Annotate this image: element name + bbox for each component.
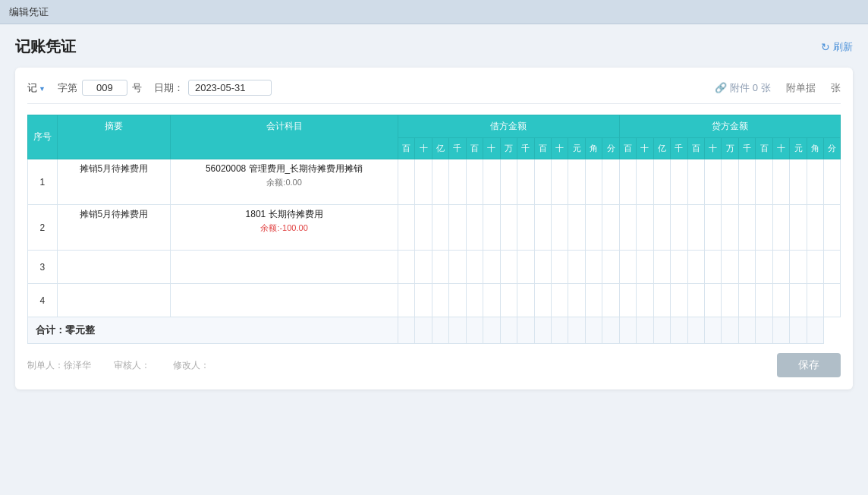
debit-col-6[interactable] <box>500 205 517 251</box>
save-button[interactable]: 保存 <box>777 353 841 377</box>
credit-col-3[interactable] <box>671 205 687 251</box>
credit-col-2[interactable] <box>653 251 670 284</box>
credit-col-7[interactable] <box>738 159 755 205</box>
debit-col-1[interactable] <box>415 251 432 284</box>
debit-col-10[interactable] <box>568 284 585 317</box>
row-subject[interactable] <box>171 251 398 284</box>
credit-col-11[interactable] <box>807 251 823 284</box>
debit-col-4[interactable] <box>466 284 483 317</box>
row-summary[interactable]: 摊销5月待摊费用 <box>57 205 171 251</box>
debit-col-5[interactable] <box>483 205 500 251</box>
debit-col-1[interactable] <box>415 205 432 251</box>
debit-col-5[interactable] <box>483 251 500 284</box>
date-input[interactable] <box>188 80 272 96</box>
credit-col-0[interactable] <box>619 205 636 251</box>
credit-col-0[interactable] <box>619 159 636 205</box>
credit-col-12[interactable] <box>824 205 841 251</box>
credit-col-3[interactable] <box>671 251 687 284</box>
credit-col-8[interactable] <box>756 251 772 284</box>
credit-col-2[interactable] <box>653 284 670 317</box>
credit-col-1[interactable] <box>637 251 653 284</box>
debit-col-10[interactable] <box>568 159 585 205</box>
credit-col-9[interactable] <box>772 251 789 284</box>
debit-col-7[interactable] <box>517 284 534 317</box>
debit-col-10[interactable] <box>568 251 585 284</box>
credit-col-6[interactable] <box>722 251 738 284</box>
debit-col-3[interactable] <box>449 159 466 205</box>
zi-no-input[interactable] <box>82 80 127 96</box>
credit-col-0[interactable] <box>619 284 636 317</box>
credit-col-2[interactable] <box>653 205 670 251</box>
debit-col-11[interactable] <box>585 159 602 205</box>
debit-col-10[interactable] <box>568 205 585 251</box>
credit-col-5[interactable] <box>705 159 722 205</box>
debit-col-0[interactable] <box>398 205 414 251</box>
credit-col-11[interactable] <box>807 284 823 317</box>
debit-col-0[interactable] <box>398 159 414 205</box>
credit-col-3[interactable] <box>671 284 687 317</box>
refresh-button[interactable]: ↻ 刷新 <box>821 40 853 54</box>
debit-col-4[interactable] <box>466 251 483 284</box>
voucher-type-dropdown[interactable]: 记 <box>27 81 46 95</box>
credit-col-5[interactable] <box>705 284 722 317</box>
debit-col-7[interactable] <box>517 205 534 251</box>
credit-col-0[interactable] <box>619 251 636 284</box>
credit-col-2[interactable] <box>653 159 670 205</box>
credit-col-8[interactable] <box>756 159 772 205</box>
debit-col-3[interactable] <box>449 251 466 284</box>
credit-col-6[interactable] <box>722 205 738 251</box>
debit-col-8[interactable] <box>534 205 551 251</box>
debit-col-2[interactable] <box>432 251 448 284</box>
credit-col-4[interactable] <box>687 284 704 317</box>
row-summary[interactable] <box>57 251 171 284</box>
debit-col-3[interactable] <box>449 284 466 317</box>
credit-col-4[interactable] <box>687 251 704 284</box>
credit-col-12[interactable] <box>824 159 841 205</box>
debit-col-2[interactable] <box>432 159 448 205</box>
credit-col-1[interactable] <box>637 205 653 251</box>
debit-col-1[interactable] <box>415 284 432 317</box>
debit-col-9[interactable] <box>551 284 568 317</box>
debit-col-12[interactable] <box>602 251 619 284</box>
attach-link[interactable]: 🔗 附件 0 张 <box>715 81 771 95</box>
debit-col-9[interactable] <box>551 251 568 284</box>
row-subject[interactable]: 56020008 管理费用_长期待摊费用摊销余额:0.00 <box>171 159 398 205</box>
debit-col-1[interactable] <box>415 159 432 205</box>
debit-col-0[interactable] <box>398 284 414 317</box>
debit-col-8[interactable] <box>534 159 551 205</box>
row-summary[interactable] <box>57 284 171 317</box>
credit-col-1[interactable] <box>637 159 653 205</box>
credit-col-5[interactable] <box>705 251 722 284</box>
credit-col-11[interactable] <box>807 205 823 251</box>
debit-col-5[interactable] <box>483 284 500 317</box>
debit-col-11[interactable] <box>585 251 602 284</box>
credit-col-6[interactable] <box>722 159 738 205</box>
credit-col-7[interactable] <box>738 205 755 251</box>
row-summary[interactable]: 摊销5月待摊费用 <box>57 159 171 205</box>
credit-col-10[interactable] <box>790 251 807 284</box>
debit-col-8[interactable] <box>534 251 551 284</box>
debit-col-2[interactable] <box>432 284 448 317</box>
debit-col-6[interactable] <box>500 284 517 317</box>
debit-col-12[interactable] <box>602 284 619 317</box>
debit-col-7[interactable] <box>517 159 534 205</box>
credit-col-10[interactable] <box>790 159 807 205</box>
debit-col-12[interactable] <box>602 159 619 205</box>
credit-col-12[interactable] <box>824 251 841 284</box>
credit-col-12[interactable] <box>824 284 841 317</box>
debit-col-9[interactable] <box>551 205 568 251</box>
debit-col-7[interactable] <box>517 251 534 284</box>
debit-col-4[interactable] <box>466 159 483 205</box>
debit-col-12[interactable] <box>602 205 619 251</box>
debit-col-2[interactable] <box>432 205 448 251</box>
credit-col-8[interactable] <box>756 284 772 317</box>
credit-col-7[interactable] <box>738 251 755 284</box>
debit-col-0[interactable] <box>398 251 414 284</box>
debit-col-8[interactable] <box>534 284 551 317</box>
credit-col-4[interactable] <box>687 159 704 205</box>
debit-col-11[interactable] <box>585 205 602 251</box>
credit-col-8[interactable] <box>756 205 772 251</box>
credit-col-9[interactable] <box>772 205 789 251</box>
debit-col-6[interactable] <box>500 159 517 205</box>
credit-col-5[interactable] <box>705 205 722 251</box>
